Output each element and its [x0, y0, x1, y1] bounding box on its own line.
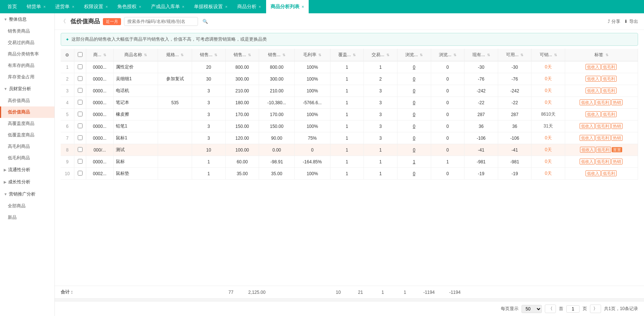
row-checkbox[interactable] [78, 88, 83, 93]
sidebar-item-high-margin[interactable]: 高毛利商品 [0, 141, 54, 152]
sidebar-item-traded-products[interactable]: 交易过的商品 [0, 37, 54, 48]
cell-checkbox[interactable] [74, 97, 86, 109]
time-filter-btn[interactable]: 近一月 [103, 18, 121, 25]
nav-role-auth[interactable]: 角色授权 × [113, 0, 145, 13]
row-checkbox[interactable] [78, 147, 83, 152]
col-view2[interactable]: 浏览... ⇅ [431, 49, 464, 61]
nav-product-analysis[interactable]: 商品分析 × [233, 0, 265, 13]
col-current-stock[interactable]: 现有... ⇅ [464, 49, 498, 61]
sidebar-section-overall[interactable]: ▼ 整体信息 [0, 13, 54, 26]
row-checkbox[interactable] [78, 76, 83, 81]
col-checkbox[interactable] [74, 49, 86, 61]
sidebar-item-sales-products[interactable]: 销售类商品 [0, 26, 54, 37]
cell-checkbox[interactable] [74, 168, 86, 180]
cell-view1[interactable]: 0 [397, 97, 431, 109]
cell-checkbox[interactable] [74, 156, 86, 168]
view1-link[interactable]: 0 [413, 77, 415, 82]
row-checkbox[interactable] [78, 135, 83, 140]
sidebar-section-marketing[interactable]: ▼ 营销推广分析 [0, 188, 54, 200]
sidebar-section-liquidity[interactable]: ▶ 流通性分析 [0, 164, 54, 176]
col-settings[interactable]: ⚙ [61, 49, 74, 61]
nav-analysis-list[interactable]: 商品分析列表 × [266, 0, 308, 13]
sidebar-section-staff-finance[interactable]: ▼ 员财室分析 [0, 83, 54, 95]
horizontal-scrollbar[interactable] [55, 298, 644, 301]
nav-finished-goods[interactable]: 产成品入库单 × [147, 0, 189, 13]
nav-close-analysis[interactable]: × [259, 4, 261, 9]
view1-link[interactable]: 0 [413, 124, 415, 129]
view1-link[interactable]: 0 [413, 147, 415, 153]
sidebar-item-low-coverage[interactable]: 低覆盖度商品 [0, 129, 54, 141]
sidebar-item-new-products[interactable]: 新品 [0, 212, 54, 223]
view1-link[interactable]: 0 [413, 88, 415, 94]
nav-close-template[interactable]: × [225, 4, 227, 9]
cell-checkbox[interactable] [74, 85, 86, 97]
col-tags[interactable]: 标签 ⇅ [565, 49, 638, 61]
cell-view1[interactable]: 0 [397, 85, 431, 97]
col-name[interactable]: 商品名称 ⇅ [114, 49, 158, 61]
page-number-input[interactable] [566, 305, 580, 313]
per-page-select[interactable]: 50 100 200 [521, 305, 542, 313]
nav-close-purchase-order[interactable]: × [72, 4, 74, 9]
nav-sales-order[interactable]: 销货单 × [22, 0, 50, 13]
search-icon[interactable]: 🔍 [202, 19, 208, 24]
nav-template-settings[interactable]: 单据模板设置 × [189, 0, 232, 13]
search-input[interactable] [124, 17, 198, 26]
cell-view1[interactable]: 0 [397, 132, 431, 144]
col-code[interactable]: 商... ⇅ [86, 49, 114, 61]
col-margin-rate[interactable]: 毛利率 ⇅ [294, 49, 330, 61]
col-sales-amount[interactable]: 销售... ⇅ [259, 49, 295, 61]
nav-home[interactable]: 首页 [3, 0, 21, 13]
settings-icon[interactable]: ⚙ [65, 52, 69, 58]
row-checkbox[interactable] [78, 123, 83, 128]
cell-view1[interactable]: 0 [397, 109, 431, 120]
sidebar-item-all-products[interactable]: 全部商品 [0, 200, 54, 212]
view1-link[interactable]: 0 [413, 65, 415, 70]
sidebar-item-stock-capital[interactable]: 库存资金占用 [0, 71, 54, 83]
row-checkbox[interactable] [78, 64, 83, 69]
cell-view1[interactable]: 0 [397, 61, 431, 73]
export-button[interactable]: ⬇ 导出 [624, 18, 638, 25]
first-page-btn[interactable]: 〈 [545, 305, 556, 313]
nav-close-analysis-list[interactable]: × [302, 4, 304, 9]
nav-permission-settings[interactable]: 权限设置 × [80, 0, 112, 13]
cell-view1[interactable]: 0 [397, 73, 431, 85]
nav-close-permission[interactable]: × [105, 4, 108, 9]
sidebar-item-low-margin[interactable]: 低毛利商品 [0, 152, 54, 164]
nav-close-sales-order[interactable]: × [43, 4, 46, 9]
next-page-btn[interactable]: 〉 [590, 305, 601, 313]
col-sales-qty[interactable]: 销售... ⇅ [192, 49, 225, 61]
nav-purchase-order[interactable]: 进货单 × [51, 0, 78, 13]
view1-link[interactable]: 0 [413, 112, 415, 117]
view1-link[interactable]: 1 [413, 159, 415, 164]
view1-link[interactable]: 0 [413, 100, 415, 105]
cell-view1[interactable]: 0 [397, 144, 431, 156]
cell-checkbox[interactable] [74, 109, 86, 120]
cell-checkbox[interactable] [74, 61, 86, 73]
share-button[interactable]: ⤴ 分享 [608, 18, 620, 25]
row-checkbox[interactable] [78, 159, 83, 164]
col-spec[interactable]: 规格... ⇅ [158, 49, 192, 61]
collapse-sidebar-btn[interactable]: 《 [61, 18, 66, 25]
view1-link[interactable]: 0 [413, 171, 415, 176]
sidebar-item-category-sales-rate[interactable]: 商品分类销售率 [0, 48, 54, 60]
cell-view1[interactable]: 0 [397, 168, 431, 180]
sidebar-item-high-value[interactable]: 高价值商品 [0, 95, 54, 106]
sidebar-section-growth[interactable]: ▶ 成长性分析 [0, 176, 54, 188]
cell-checkbox[interactable] [74, 73, 86, 85]
row-checkbox[interactable] [78, 171, 83, 176]
col-sellable[interactable]: 可销... ⇅ [531, 49, 565, 61]
nav-close-role-auth[interactable]: × [139, 4, 141, 9]
sidebar-item-high-coverage[interactable]: 高覆盖度商品 [0, 118, 54, 129]
nav-close-finished-goods[interactable]: × [182, 4, 184, 9]
row-checkbox[interactable] [78, 112, 83, 116]
cell-checkbox[interactable] [74, 144, 86, 156]
cell-view1[interactable]: 1 [397, 156, 431, 168]
col-trade[interactable]: 交易... ⇅ [364, 49, 398, 61]
row-checkbox[interactable] [78, 100, 83, 105]
cell-checkbox[interactable] [74, 132, 86, 144]
sidebar-item-stocked-products[interactable]: 有库存的商品 [0, 60, 54, 71]
col-sales-price[interactable]: 销售... ⇅ [225, 49, 259, 61]
cell-checkbox[interactable] [74, 120, 86, 132]
col-view1[interactable]: 浏览... ⇅ [397, 49, 431, 61]
col-coverage[interactable]: 覆盖... ⇅ [330, 49, 364, 61]
